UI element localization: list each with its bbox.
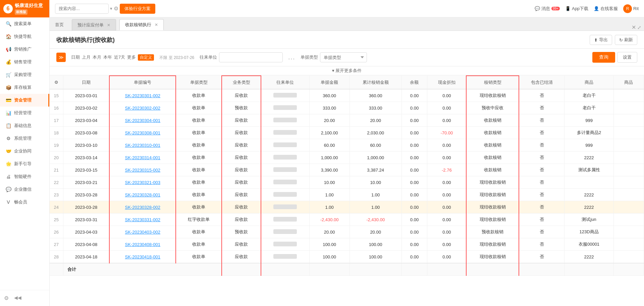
bill-no-link-5[interactable]: SK-20230314-001 xyxy=(125,155,161,160)
sidebar-settings-icon[interactable]: ⚙ xyxy=(4,295,9,301)
sidebar-item-operations[interactable]: 📊 经营管理 xyxy=(0,107,49,119)
td-write-off-type-13: 现结收款核销 xyxy=(466,251,519,263)
td-biz-type-0: 应收款 xyxy=(222,89,261,102)
tab-home[interactable]: 首页 xyxy=(50,19,69,30)
guide-icon: 🌟 xyxy=(5,161,11,167)
customer-service-button[interactable]: 👤 在线客服 xyxy=(594,6,618,12)
bill-no-link-6[interactable]: SK-20230315-002 xyxy=(125,168,161,173)
industry-solution-button[interactable]: 体验行业方案 xyxy=(120,4,155,14)
bill-no-link-1[interactable]: SK-20230302-002 xyxy=(125,106,161,111)
td-write-off-type-7: 现结收款核销 xyxy=(466,176,519,189)
app-download-button[interactable]: 📱 App下载 xyxy=(565,6,588,12)
tab-receipt-close-icon[interactable]: ✕ xyxy=(155,22,158,27)
td-write-off-12: 100.00 xyxy=(350,238,401,251)
sidebar-item-search[interactable]: 🔍 搜索菜单 xyxy=(0,17,49,30)
search-icon: 🔍 xyxy=(5,21,11,26)
td-date-9: 2023-03-28 xyxy=(63,201,109,213)
td-include-settled-6: 否 xyxy=(519,164,565,176)
sidebar-item-hardware[interactable]: 🖨 智能硬件 xyxy=(0,170,49,183)
partner-filter-input[interactable] xyxy=(219,52,283,62)
bill-no-link-11[interactable]: SK-20230403-002 xyxy=(125,230,161,235)
bill-no-link-9[interactable]: SK-20230328-002 xyxy=(125,205,161,210)
sidebar-item-guide[interactable]: 🌟 新手引导 xyxy=(0,158,49,170)
bill-no-link-12[interactable]: SK-20230408-001 xyxy=(125,242,161,247)
td-goods2-8 xyxy=(613,189,644,201)
sidebar-item-shortcuts[interactable]: 🏠 快捷导航 xyxy=(0,30,49,43)
td-write-off-3: 2,030.00 xyxy=(350,127,401,139)
tab-close-all-icon[interactable]: ✕ xyxy=(632,24,636,30)
filter-toggle-button[interactable]: ≫ xyxy=(56,53,66,62)
td-write-off-10: -2,430.00 xyxy=(350,213,401,226)
td-date-12: 2023-04-08 xyxy=(63,238,109,251)
bill-no-link-7[interactable]: SK-20230321-003 xyxy=(125,180,161,185)
table-header: ⚙ 日期 单据编号 单据类型 业务类型 往来单位 单据金额 累计核销金额 余额 … xyxy=(50,76,644,89)
bill-no-link-2[interactable]: SK-20230304-001 xyxy=(125,118,161,123)
sidebar: 6 畅康道好生意 标推版 🔍 搜索菜单 🏠 快捷导航 📢 营销推广 💰 销售管理… xyxy=(0,0,50,306)
tab-payable[interactable]: 预计应应付单 ✕ xyxy=(72,19,116,30)
sidebar-item-wechat[interactable]: 💬 企业微信 xyxy=(0,183,49,196)
home-icon: 🏠 xyxy=(5,34,11,39)
td-balance-5: 0.00 xyxy=(401,151,427,164)
date-this-year[interactable]: 本年 xyxy=(103,54,112,61)
filter-more-dots[interactable]: ... xyxy=(288,54,295,61)
user-profile[interactable]: R Rit xyxy=(623,4,639,13)
date-more[interactable]: 更多 xyxy=(127,54,136,61)
tab-expand-icon[interactable]: ⤢ xyxy=(637,25,641,30)
sidebar-item-system[interactable]: ⚙ 系统管理 xyxy=(0,132,49,145)
td-bill-no-7: SK-20230321-003 xyxy=(109,176,176,189)
member-icon: V xyxy=(5,199,11,205)
td-write-off-0: 360.00 xyxy=(350,89,401,102)
sidebar-label-guide: 新手引导 xyxy=(14,161,32,167)
td-amount-0: 360.00 xyxy=(309,89,350,102)
sidebar-item-member[interactable]: V 畅会员 xyxy=(0,196,49,208)
date-range-display: 不限 至 2023-07-26 xyxy=(159,54,194,61)
wechat-icon: 💬 xyxy=(5,187,11,192)
bill-no-link-4[interactable]: SK-20230310-001 xyxy=(125,143,161,148)
expand-conditions-button[interactable]: ▾ 展开更多条件 xyxy=(332,68,362,74)
sidebar-item-sales[interactable]: 💰 销售管理 xyxy=(0,56,49,68)
logo-icon: 6 xyxy=(3,4,13,13)
voucher-type-select[interactable]: 单据类型 xyxy=(320,52,367,62)
td-goods2-12 xyxy=(613,238,644,251)
notification-button[interactable]: 💬 消息 99+ xyxy=(535,6,560,12)
td-cash-discount-5: 0.00 xyxy=(427,151,467,164)
date-last-7[interactable]: 近7天 xyxy=(114,54,125,61)
bill-no-link-10[interactable]: SK-20230331-002 xyxy=(125,217,161,222)
td-biz-type-5: 应收款 xyxy=(222,151,261,164)
sidebar-label-system: 系统管理 xyxy=(14,135,32,141)
td-bill-type-12: 收款单 xyxy=(176,238,222,251)
sidebar-item-inventory[interactable]: 📦 库存核算 xyxy=(0,81,49,94)
td-amount-8: 1.00 xyxy=(309,189,350,201)
bill-no-link-0[interactable]: SK-20230301-002 xyxy=(125,93,161,98)
sidebar-item-basic[interactable]: 📋 基础信息 xyxy=(0,119,49,132)
td-bill-no-5: SK-20230314-001 xyxy=(109,151,176,164)
th-settings[interactable]: ⚙ xyxy=(50,76,63,89)
date-custom[interactable]: 自定义 xyxy=(138,54,154,61)
bill-no-link-8[interactable]: SK-20230328-001 xyxy=(125,192,161,197)
td-bill-no-6: SK-20230315-002 xyxy=(109,164,176,176)
td-write-off-4: 60.00 xyxy=(350,139,401,151)
sidebar-item-finance[interactable]: 💳 资金管理 xyxy=(0,94,49,107)
th-write-off-type: 核销类型 xyxy=(466,76,519,89)
sidebar-item-purchase[interactable]: 🛒 采购管理 xyxy=(0,68,49,81)
query-button[interactable]: 查询 xyxy=(592,52,615,63)
date-last-month[interactable]: 上月 xyxy=(82,54,91,61)
td-date-8: 2023-03-28 xyxy=(63,189,109,201)
bill-no-link-13[interactable]: SK-20230418-001 xyxy=(125,254,161,259)
td-write-off-type-5: 收款核销 xyxy=(466,151,519,164)
topbar-gear-icon[interactable]: ⚙ xyxy=(114,5,118,12)
bill-no-link-3[interactable]: SK-20230308-001 xyxy=(125,130,161,135)
td-include-settled-1: 否 xyxy=(519,102,565,114)
td-write-off-1: 333.00 xyxy=(350,102,401,114)
tab-payable-close-icon[interactable]: ✕ xyxy=(107,23,110,27)
tab-receipt[interactable]: 收款核销执行 ✕ xyxy=(119,19,164,30)
date-this-month[interactable]: 本月 xyxy=(93,54,101,61)
export-button[interactable]: ⬆ 导出 xyxy=(590,35,612,45)
settings-button[interactable]: 设置 xyxy=(617,52,637,63)
refresh-button[interactable]: ↻ 刷新 xyxy=(615,35,637,45)
sidebar-item-marketing[interactable]: 📢 营销推广 xyxy=(0,43,49,56)
sidebar-item-enterprise[interactable]: 🤝 企业协同 xyxy=(0,145,49,158)
table-body: 15 2023-03-01 SK-20230301-002 收款单 应收款 36… xyxy=(50,89,644,263)
sidebar-collapse-icon[interactable]: ◀◀ xyxy=(14,295,21,301)
breadcrumb-input[interactable] xyxy=(55,4,109,14)
